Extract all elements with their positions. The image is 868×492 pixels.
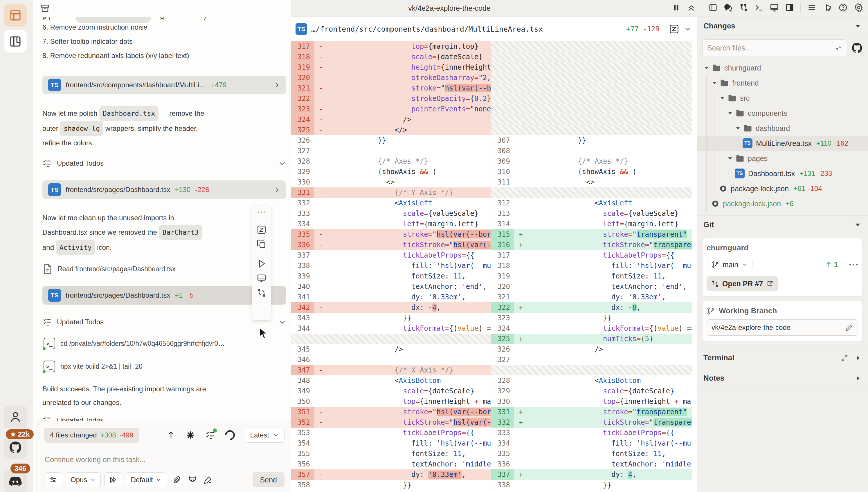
chevron-down-icon[interactable] (854, 221, 862, 228)
more-options-icon[interactable] (256, 210, 267, 215)
send-button[interactable]: Send (253, 472, 284, 487)
chat-scroll-area[interactable]: p { g ) 6. Remove zoom instruction noise… (33, 17, 291, 492)
settings-sliders-button[interactable] (44, 472, 62, 487)
stamp-icon[interactable] (257, 225, 266, 235)
edit-pencil-icon[interactable] (845, 323, 853, 331)
monitor-icon[interactable] (770, 3, 779, 12)
terminal-icon[interactable] (754, 3, 763, 12)
chevron-down-icon[interactable] (703, 65, 710, 71)
panel-left-icon[interactable] (709, 3, 717, 12)
settings-gear-icon[interactable] (854, 3, 863, 12)
model-dropdown[interactable]: Opus (66, 472, 101, 487)
copy-icon[interactable] (257, 239, 266, 249)
run-icon[interactable] (257, 259, 266, 269)
open-pr-button[interactable]: Open PR #7 (707, 276, 778, 291)
tree-item-multilinearea-tsx[interactable]: TSMultiLineArea.tsx+110-162 (697, 136, 868, 151)
chevron-down-icon[interactable] (735, 125, 741, 131)
expand-icon[interactable] (841, 354, 848, 362)
stamp-icon[interactable] (669, 24, 679, 34)
files-changed-pill[interactable]: 4 files changed +308 -499 (44, 427, 139, 443)
typescript-icon: TS (48, 79, 61, 91)
megaphone-icon[interactable] (823, 3, 832, 12)
terminal-section-header[interactable]: Terminal (697, 347, 868, 368)
chevron-down-icon[interactable] (727, 110, 733, 116)
read-file-row[interactable]: Read frontend/src/pages/Dashboard.tsx (44, 263, 276, 275)
mode-dropdown[interactable]: Default (126, 472, 166, 487)
chevron-down-icon[interactable] (683, 25, 692, 33)
sparkle-icon[interactable] (186, 430, 195, 440)
message-input[interactable]: Continue working on this task... (45, 456, 145, 464)
updated-todos-collapsible[interactable]: Updated Todos (42, 316, 286, 328)
diff-marker: - (314, 229, 327, 240)
tree-item-churnguard[interactable]: churnguard (697, 60, 868, 75)
chevron-right-icon[interactable] (855, 375, 862, 382)
chevron-down-icon[interactable] (719, 95, 725, 101)
menu-icon[interactable] (807, 3, 816, 12)
github-button[interactable] (4, 436, 27, 459)
code-line: <AxisBottom (327, 375, 491, 386)
tree-item-package-lock-json[interactable]: package-lock.json+6 (697, 196, 868, 211)
fast-forward-button[interactable] (104, 472, 122, 487)
file-chip-dashboard-1[interactable]: TS frontend/src/pages/Dashboard.tsx +130… (42, 180, 286, 199)
pause-icon[interactable] (672, 3, 680, 12)
chevron-right-icon[interactable] (855, 354, 862, 362)
file-chip-dashboard-2[interactable]: TS frontend/src/pages/Dashboard.tsx +1 -… (42, 286, 286, 304)
diff-marker: - (314, 52, 327, 62)
notes-section-header[interactable]: Notes (697, 368, 868, 388)
scroll-up-icon[interactable] (166, 430, 175, 440)
tree-item-label: src (740, 94, 750, 102)
terminal-command-row[interactable]: >_ cd /private/var/folders/10/h7w0q46556… (44, 337, 276, 350)
working-branch-input[interactable]: vk/4e2a-explore-the-code (707, 319, 859, 336)
attachment-icon[interactable] (173, 475, 182, 484)
archive-icon[interactable] (40, 3, 50, 13)
collapse-all-icon[interactable] (687, 3, 696, 12)
tree-item-dashboard-tsx[interactable]: TSDashboard.tsx+131-233 (697, 166, 868, 181)
tree-item-pages[interactable]: pages (697, 151, 868, 166)
chevron-down-icon[interactable] (711, 80, 718, 86)
terminal-command-row[interactable]: >_ npx vite build 2>&1 | tail -20 (44, 360, 276, 373)
todos-status-icon[interactable] (205, 430, 215, 440)
search-files-input[interactable]: Search files... (702, 40, 847, 56)
chevron-down-icon[interactable] (727, 155, 733, 162)
inline-code-chip: Dashboard.tsx (99, 106, 159, 121)
line-number: 321 (491, 292, 514, 302)
tree-item-package-lock-json[interactable]: package-lock.json+61-104 (697, 181, 868, 196)
git-compare-icon[interactable] (740, 3, 748, 12)
cat-icon[interactable] (188, 475, 197, 485)
changes-section-header[interactable]: Changes (697, 17, 868, 35)
more-options-icon[interactable] (848, 263, 859, 266)
toolbar-divider (702, 3, 702, 13)
panel-right-active-icon[interactable] (785, 3, 794, 12)
tree-item-src[interactable]: src (697, 91, 868, 105)
branch-dropdown[interactable]: main (707, 257, 752, 272)
chevron-down-icon[interactable] (854, 22, 862, 30)
chat-bubble-icon[interactable] (724, 3, 733, 12)
help-icon[interactable] (838, 3, 848, 12)
monitor-small-icon[interactable] (257, 273, 266, 283)
layout-view-button[interactable] (4, 4, 27, 27)
tree-indent-guide (714, 166, 714, 181)
file-chip-multilinearea[interactable]: TS frontend/src/components/dashboard/Mul… (42, 76, 286, 94)
diff-marker (514, 354, 527, 365)
collapse-tree-icon[interactable] (835, 44, 842, 52)
git-section-header[interactable]: Git (697, 215, 868, 234)
diff-row: 319fontSize: 11, (491, 271, 692, 281)
kanban-view-button[interactable] (4, 30, 27, 53)
json-file-icon (711, 200, 719, 208)
git-compare-small-icon[interactable] (257, 288, 266, 298)
discord-count-badge: 346 (10, 464, 30, 473)
diff-collapsed-region (491, 114, 692, 125)
line-number: 338 (291, 261, 314, 271)
code-line: scale={valueScale} (327, 208, 491, 219)
github-small-icon[interactable] (851, 42, 863, 54)
line-number: 340 (291, 281, 314, 292)
updated-todos-collapsible[interactable]: Updated Todos (42, 157, 286, 170)
tree-item-frontend[interactable]: frontend (697, 75, 868, 91)
tree-item-components[interactable]: components (697, 105, 868, 121)
tree-item-dashboard[interactable]: dashboard (697, 121, 868, 136)
account-button[interactable] (4, 405, 27, 428)
status-dot (42, 370, 46, 374)
version-dropdown[interactable]: Latest (245, 427, 284, 443)
line-number: 357 (291, 469, 314, 480)
pen-icon[interactable] (204, 475, 212, 484)
